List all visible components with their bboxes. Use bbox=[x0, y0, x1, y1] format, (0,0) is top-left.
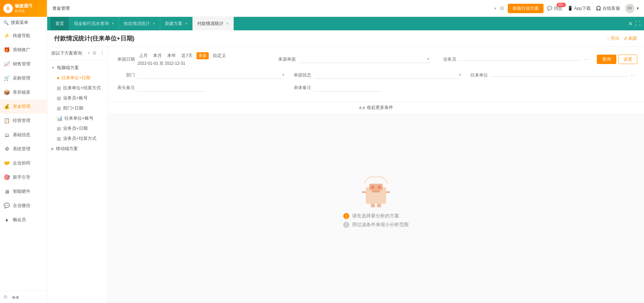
scheme-tree: ▼ 电脑端方案 ● 往来单位+日期 ▦ 往来单位+结算方式 bbox=[47, 60, 108, 156]
sidebar-item-guide[interactable]: 🎯 新手引导 bbox=[0, 170, 47, 184]
add-scheme-button[interactable]: + bbox=[88, 50, 90, 56]
chevron-up-icon: ∧∧ bbox=[359, 105, 365, 110]
sidebar-item-basic[interactable]: 🗂 基础信息 bbox=[0, 128, 47, 142]
date-more[interactable]: 更多 bbox=[197, 52, 209, 59]
empty-illustration bbox=[356, 169, 396, 209]
user-avatar[interactable]: Rit ▾ bbox=[625, 4, 639, 13]
svg-rect-8 bbox=[377, 204, 381, 207]
source-select[interactable]: ▾ bbox=[298, 55, 430, 63]
scheme-item-staff-account[interactable]: ▦ 业务员+账号 bbox=[47, 93, 108, 103]
purchase-icon: 🛒 bbox=[3, 75, 10, 82]
scheme-active-icon: ● bbox=[57, 75, 59, 81]
system-icon: ⚙ bbox=[3, 146, 10, 152]
scheme-item-staff-settle[interactable]: ▦ 业务员+结算方式 bbox=[47, 133, 108, 144]
sidebar-item-corp[interactable]: 🤝 企业协同 bbox=[0, 156, 47, 170]
scheme-item-party-account[interactable]: 📊 往来单位+账号 bbox=[47, 113, 108, 123]
filter-form: 单据日期 上月 本月 本年 近7天 更多 自定义 bbox=[108, 47, 644, 101]
scheme-item-party-date[interactable]: ● 往来单位+日期 bbox=[47, 73, 108, 83]
sidebar-item-system[interactable]: ⚙ 系统管理 bbox=[0, 142, 47, 156]
sidebar-item-wechat[interactable]: 💬 企业微信 bbox=[0, 199, 47, 213]
tab-receipt[interactable]: 收款情况统计 × bbox=[119, 17, 160, 30]
refresh-button[interactable]: ↺ 刷新 bbox=[623, 35, 637, 41]
sidebar-item-sales[interactable]: 📈 销售管理 bbox=[0, 57, 47, 71]
party-select[interactable] bbox=[491, 73, 628, 77]
sidebar-header: 6 畅捷通巧 标准版 bbox=[0, 0, 47, 17]
tab-home[interactable]: 首页 bbox=[51, 17, 69, 30]
scheme-panel-actions: + ⚙ 《 bbox=[88, 50, 104, 56]
tab-bar-actions: ✕ ⛶ bbox=[628, 21, 641, 27]
sidebar-item-quick-nav[interactable]: ⚡ 快捷导航 bbox=[0, 29, 47, 43]
tab-bar: 首页 现金银行流水查询 × 收款情况统计 × 新建方案 × 付款情况统计 × ✕… bbox=[47, 17, 644, 30]
close-all-tabs-icon[interactable]: ✕ bbox=[628, 21, 633, 27]
chevron-right-icon: ▶ bbox=[51, 147, 54, 151]
page-title: 付款情况统计(往来单位+日期) bbox=[54, 34, 135, 42]
message-button[interactable]: 💬 消息 99+ bbox=[547, 5, 562, 11]
party-more-btn[interactable]: ··· bbox=[631, 72, 637, 78]
collapse-more-btn[interactable]: ∧∧ 收起更多条件 bbox=[108, 101, 644, 113]
export-icon: ↑ bbox=[607, 36, 610, 41]
date-range-display[interactable]: 2022-01-01 至 2022-12-31 bbox=[138, 61, 227, 66]
scheme-collapse-button[interactable]: 《 bbox=[99, 50, 104, 56]
salesperson-select[interactable] bbox=[459, 58, 581, 61]
online-service-button[interactable]: 🎧 在线客服 bbox=[596, 5, 620, 11]
tab-bank[interactable]: 现金银行流水查询 × bbox=[69, 17, 119, 30]
body-note-input[interactable] bbox=[314, 84, 381, 92]
scheme-icon: ▦ bbox=[57, 85, 61, 91]
quick-nav-icon: ⚡ bbox=[3, 32, 10, 39]
sidebar-item-purchase[interactable]: 🛒 采购管理 bbox=[0, 71, 47, 85]
sidebar-item-member[interactable]: ♦ 畅会员 bbox=[0, 213, 47, 227]
tab-payment[interactable]: 付款情况统计 × bbox=[193, 17, 234, 30]
scheme-group-desktop-header[interactable]: ▼ 电脑端方案 bbox=[47, 63, 108, 73]
date-last-month[interactable]: 上月 bbox=[138, 52, 149, 59]
basic-icon: 🗂 bbox=[3, 131, 10, 138]
scheme-item-staff-date[interactable]: ▦ 业务员+日期 bbox=[47, 123, 108, 133]
sidebar-item-finance[interactable]: 💰 资金管理 bbox=[0, 99, 47, 114]
export-button[interactable]: ↑ 导出 bbox=[607, 35, 620, 41]
topbar-breadcrumb: 资金管理 bbox=[52, 5, 491, 11]
date-custom[interactable]: 自定义 bbox=[211, 52, 227, 59]
refresh-icon: ↺ bbox=[623, 36, 627, 41]
date-this-month[interactable]: 本月 bbox=[152, 52, 163, 59]
hardware-icon: 🖥 bbox=[3, 188, 10, 195]
footer-collapse-btn[interactable]: ◀◀ bbox=[11, 294, 19, 300]
dept-dropdown-icon: ▾ bbox=[282, 72, 284, 77]
date-this-year[interactable]: 本年 bbox=[166, 52, 177, 59]
date-last-7days[interactable]: 近7天 bbox=[180, 52, 194, 59]
app-download-button[interactable]: 📱 App下载 bbox=[567, 5, 591, 11]
scheme-item-party-settle[interactable]: ▦ 往来单位+结算方式 bbox=[47, 83, 108, 93]
sidebar-nav: ⚡ 快捷导航 🎁 营销推广 📈 销售管理 🛒 采购管理 📦 库存核算 💰 bbox=[0, 29, 47, 291]
scheme-group-mobile-header[interactable]: ▶ 移动端方案 bbox=[47, 144, 108, 154]
sidebar-item-marketing[interactable]: 🎁 营销推广 bbox=[0, 43, 47, 57]
sidebar-item-hardware[interactable]: 🖥 智能硬件 bbox=[0, 184, 47, 199]
dept-select[interactable]: ▾ bbox=[138, 71, 284, 79]
status-dropdown-icon: ▾ bbox=[459, 72, 461, 77]
tab-close-payment[interactable]: × bbox=[226, 21, 229, 26]
filter-settings-button[interactable]: 设置 bbox=[618, 55, 637, 64]
tab-close-new-scheme[interactable]: × bbox=[185, 21, 187, 26]
scheme-panel-header: 按以下方案查询 + ⚙ 《 bbox=[47, 47, 108, 60]
marketing-icon: 🎁 bbox=[3, 47, 10, 53]
inventory-icon: 📦 bbox=[3, 89, 10, 96]
search-menu[interactable]: 🔍 搜索菜单 bbox=[0, 17, 47, 29]
tab-close-bank[interactable]: × bbox=[112, 21, 114, 26]
query-button[interactable]: 查询 bbox=[597, 55, 616, 64]
scheme-settings-button[interactable]: ⚙ bbox=[92, 50, 97, 56]
empty-state: 1 请先选择要分析的方案 2 用过滤条件来缩小分析范围 bbox=[108, 113, 644, 303]
sidebar-item-inventory[interactable]: 📦 库存核算 bbox=[0, 85, 47, 99]
status-select[interactable]: ▾ bbox=[314, 71, 461, 79]
tab-close-receipt[interactable]: × bbox=[153, 21, 155, 26]
main-content: 按以下方案查询 + ⚙ 《 ▼ 电脑端方案 bbox=[47, 47, 644, 303]
filter-field-date: 单据日期 上月 本月 本年 近7天 更多 自定义 bbox=[115, 52, 269, 66]
footer-settings-btn[interactable]: ⚙ bbox=[3, 294, 8, 300]
scheme-icon: ▦ bbox=[57, 136, 61, 141]
topbar-dropdown[interactable]: ▾ bbox=[494, 6, 496, 11]
tab-new-scheme[interactable]: 新建方案 × bbox=[160, 17, 193, 30]
header-note-input[interactable] bbox=[138, 84, 205, 92]
salesperson-more-btn[interactable]: ··· bbox=[584, 56, 590, 62]
trial-button[interactable]: 体验行业方案 bbox=[508, 4, 544, 13]
sidebar-item-business[interactable]: 📋 经营管理 bbox=[0, 114, 47, 128]
maximize-icon[interactable]: ⛶ bbox=[635, 21, 641, 27]
topbar-settings-icon[interactable]: ⚙ bbox=[500, 5, 504, 11]
scheme-item-dept-date[interactable]: ▦ 部门+日期 bbox=[47, 103, 108, 113]
tip-num-1: 1 bbox=[343, 213, 349, 219]
